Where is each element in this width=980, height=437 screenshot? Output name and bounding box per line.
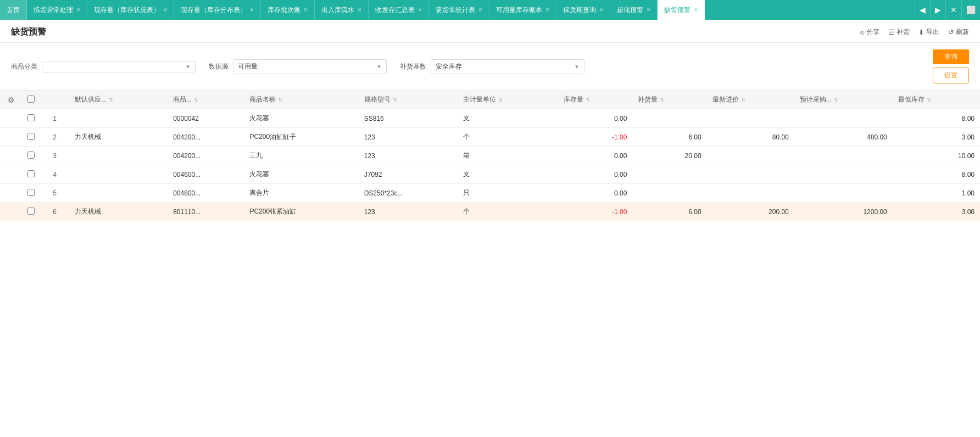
- replenish-base-filter-group: 补货基数 安全库存 ▼: [400, 59, 584, 74]
- col-product-name[interactable]: 商品名称 ⇅: [244, 91, 358, 109]
- tab-prev-btn[interactable]: ◀: [915, 0, 930, 20]
- row-number-cell: 1: [40, 109, 69, 128]
- col-unit[interactable]: 主计量单位 ⇅: [458, 91, 558, 109]
- category-filter-group: 商品分类 ▼: [11, 61, 196, 72]
- row-checkbox[interactable]: [27, 189, 35, 196]
- page-title: 缺货预警: [11, 26, 46, 38]
- table-container: ⚙ 默认供应... ⇅ 商品...: [0, 91, 980, 221]
- export-action[interactable]: ⬇ 导出: [918, 27, 939, 37]
- header-actions: ⎋ 分享 ☰ 补货 ⬇ 导出 ↺ 刷新: [860, 27, 969, 37]
- row-checkbox[interactable]: [27, 133, 35, 140]
- row-min-stock-cell: 3.00: [893, 203, 980, 221]
- row-spec-cell: 123: [359, 128, 458, 147]
- row-unit-cell: 个: [458, 128, 558, 147]
- table-row: 6 力天机械 801110... PC200张紧油缸 123 个 -1.00 6…: [0, 203, 980, 221]
- tab-close-overstock[interactable]: ×: [647, 6, 650, 14]
- sort-icon-estimated: ⇅: [834, 97, 838, 103]
- col-stock[interactable]: 库存量 ⇅: [558, 91, 632, 109]
- row-gear-cell: [0, 203, 22, 221]
- col-latest-price[interactable]: 最新进价 ⇅: [707, 91, 794, 109]
- tab-maximize-btn[interactable]: ⬜: [961, 0, 980, 20]
- table-row: 1 0000042 火花塞 SS816 支 0.00 8.00: [0, 109, 980, 128]
- tab-inout-flow[interactable]: 出入库流水 ×: [315, 0, 369, 20]
- row-latest-price-cell: [707, 165, 794, 184]
- category-select[interactable]: ▼: [42, 61, 196, 72]
- row-checkbox[interactable]: [27, 170, 35, 177]
- data-table: ⚙ 默认供应... ⇅ 商品...: [0, 91, 980, 221]
- row-name-cell: 火花塞: [244, 109, 358, 128]
- tab-close-abnormal[interactable]: ×: [76, 6, 80, 14]
- row-code-cell: 004800...: [168, 184, 244, 203]
- row-latest-price-cell: [707, 184, 794, 203]
- page-header: 缺货预警 ⎋ 分享 ☰ 补货 ⬇ 导出 ↺ 刷新: [0, 20, 980, 43]
- row-supplier-cell: [69, 147, 168, 165]
- row-stock-cell: -1.00: [558, 128, 632, 147]
- row-number-cell: 4: [40, 165, 69, 184]
- tab-abnormal[interactable]: 拣货异常处理 ×: [27, 0, 87, 20]
- col-replenish-qty[interactable]: 补货量 ⇅: [632, 91, 706, 109]
- tab-close-batch[interactable]: ×: [304, 6, 308, 14]
- col-spec[interactable]: 规格型号 ⇅: [359, 91, 458, 109]
- tab-demand[interactable]: 要货单统计表 ×: [429, 0, 489, 20]
- tab-next-btn[interactable]: ▶: [930, 0, 945, 20]
- col-gear: ⚙: [0, 91, 22, 109]
- tab-close-expiry[interactable]: ×: [599, 6, 603, 14]
- col-estimated-purchase[interactable]: 预计采购... ⇅: [794, 91, 893, 109]
- refresh-action[interactable]: ↺ 刷新: [948, 27, 969, 37]
- tab-close-stock-status[interactable]: ×: [163, 6, 167, 14]
- row-estimated-purchase-cell: 1200.00: [794, 203, 893, 221]
- tab-expiry[interactable]: 保质期查询 ×: [556, 0, 610, 20]
- refresh-icon: ↺: [948, 29, 954, 36]
- row-latest-price-cell: 80.00: [707, 128, 794, 147]
- query-button[interactable]: 查询: [933, 49, 969, 64]
- sort-icon-spec: ⇅: [393, 97, 397, 103]
- tab-collect[interactable]: 收发存汇总表 ×: [369, 0, 429, 20]
- row-checkbox[interactable]: [27, 152, 35, 159]
- row-checkbox-cell: [22, 203, 40, 221]
- row-gear-cell: [0, 184, 22, 203]
- row-checkbox-cell: [22, 128, 40, 147]
- tab-available[interactable]: 可用量库存账本 ×: [489, 0, 556, 20]
- replenish-action[interactable]: ☰ 补货: [888, 27, 910, 37]
- sort-icon-stock: ⇅: [586, 97, 590, 103]
- tab-close-stock-dist[interactable]: ×: [250, 6, 254, 14]
- datasource-select[interactable]: 可用量 ▼: [233, 59, 387, 74]
- tab-close-available[interactable]: ×: [545, 6, 549, 14]
- row-spec-cell: SS816: [359, 109, 458, 128]
- select-all-checkbox[interactable]: [27, 96, 35, 103]
- tab-stock-dist[interactable]: 现存量（库存分布表） ×: [174, 0, 261, 20]
- tab-shortage[interactable]: 缺货预警 ×: [658, 0, 705, 20]
- tab-close-collect[interactable]: ×: [418, 6, 422, 14]
- row-latest-price-cell: 200.00: [707, 203, 794, 221]
- tab-close-shortage[interactable]: ×: [694, 6, 698, 14]
- tab-close-inout-flow[interactable]: ×: [358, 6, 361, 14]
- tab-stock-status[interactable]: 现存量（库存状况表） ×: [87, 0, 174, 20]
- tab-home[interactable]: 首页: [0, 0, 27, 20]
- datasource-select-value: 可用量: [238, 62, 258, 71]
- sort-icon-price: ⇅: [741, 97, 745, 103]
- tab-close-all-btn[interactable]: ✕: [945, 0, 961, 20]
- row-name-cell: PC200油缸缸子: [244, 128, 358, 147]
- row-spec-cell: DS250*23c...: [359, 184, 458, 203]
- row-replenish-qty-cell: [632, 184, 706, 203]
- replenish-base-select[interactable]: 安全库存 ▼: [431, 59, 584, 74]
- table-row: 3 004200... 三九 123 箱 0.00 20.00 10.00: [0, 147, 980, 165]
- row-checkbox[interactable]: [27, 114, 35, 121]
- filter-actions: 查询 设置: [933, 49, 969, 83]
- col-min-stock[interactable]: 最低库存 ⇅: [893, 91, 980, 109]
- row-number-cell: 6: [40, 203, 69, 221]
- row-name-cell: 火花塞: [244, 165, 358, 184]
- tab-batch[interactable]: 库存批次账 ×: [261, 0, 315, 20]
- row-supplier-cell: [69, 109, 168, 128]
- tab-overstock[interactable]: 超储预警 ×: [610, 0, 658, 20]
- tab-close-demand[interactable]: ×: [478, 6, 482, 14]
- row-checkbox[interactable]: [27, 208, 35, 215]
- col-product-code[interactable]: 商品... ⇅: [168, 91, 244, 109]
- gear-icon[interactable]: ⚙: [5, 96, 16, 104]
- row-number-cell: 5: [40, 184, 69, 203]
- share-action[interactable]: ⎋ 分享: [860, 27, 879, 37]
- settings-button[interactable]: 设置: [933, 68, 969, 83]
- col-default-supplier[interactable]: 默认供应... ⇅: [69, 91, 168, 109]
- table-header-row: ⚙ 默认供应... ⇅ 商品...: [0, 91, 980, 109]
- row-estimated-purchase-cell: [794, 165, 893, 184]
